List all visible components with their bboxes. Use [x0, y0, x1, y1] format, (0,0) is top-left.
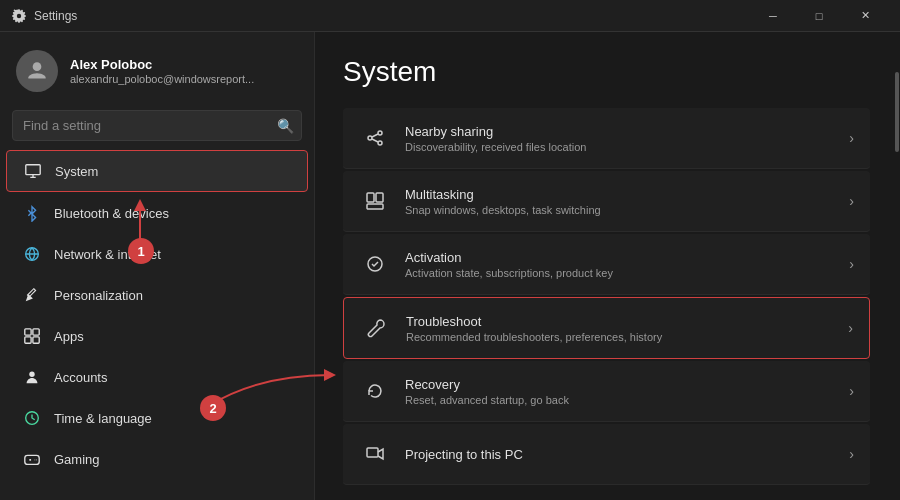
- sidebar-item-accounts[interactable]: Accounts: [6, 357, 308, 397]
- activation-setting-text: Activation Activation state, subscriptio…: [405, 250, 841, 279]
- setting-row-activation[interactable]: Activation Activation state, subscriptio…: [343, 234, 870, 295]
- multitasking-setting-text: Multitasking Snap windows, desktops, tas…: [405, 187, 841, 216]
- troubleshoot-chevron: ›: [848, 320, 853, 336]
- sidebar-item-network[interactable]: Network & internet: [6, 234, 308, 274]
- recovery-setting-name: Recovery: [405, 377, 841, 392]
- recovery-chevron: ›: [849, 383, 854, 399]
- main-layout: Alex Poloboc alexandru_poloboc@windowsre…: [0, 32, 900, 500]
- scrollbar-track[interactable]: [894, 32, 900, 500]
- svg-rect-3: [25, 329, 31, 335]
- recovery-setting-desc: Reset, advanced startup, go back: [405, 394, 841, 406]
- svg-rect-1: [26, 165, 40, 175]
- profile-section[interactable]: Alex Poloboc alexandru_poloboc@windowsre…: [0, 32, 314, 106]
- svg-point-12: [368, 136, 372, 140]
- avatar-icon: [24, 58, 50, 84]
- sidebar-item-personalization[interactable]: Personalization: [6, 275, 308, 315]
- minimize-button[interactable]: ─: [750, 0, 796, 32]
- activation-chevron: ›: [849, 256, 854, 272]
- bluetooth-nav-icon: [22, 203, 42, 223]
- setting-row-nearby-sharing[interactable]: Nearby sharing Discoverability, received…: [343, 108, 870, 169]
- svg-point-0: [33, 62, 42, 71]
- nearby-sharing-chevron: ›: [849, 130, 854, 146]
- projecting-setting-icon: [359, 438, 391, 470]
- settings-icon: [12, 9, 26, 23]
- profile-email: alexandru_poloboc@windowsreport...: [70, 73, 254, 85]
- avatar: [16, 50, 58, 92]
- setting-row-recovery[interactable]: Recovery Reset, advanced startup, go bac…: [343, 361, 870, 422]
- network-nav-icon: [22, 244, 42, 264]
- search-input[interactable]: [12, 110, 302, 141]
- accounts-nav-label: Accounts: [54, 370, 107, 385]
- activation-setting-name: Activation: [405, 250, 841, 265]
- time-nav-icon: [22, 408, 42, 428]
- profile-info: Alex Poloboc alexandru_poloboc@windowsre…: [70, 57, 254, 85]
- projecting-chevron: ›: [849, 446, 854, 462]
- multitasking-chevron: ›: [849, 193, 854, 209]
- setting-row-multitasking[interactable]: Multitasking Snap windows, desktops, tas…: [343, 171, 870, 232]
- apps-nav-label: Apps: [54, 329, 84, 344]
- bluetooth-nav-label: Bluetooth & devices: [54, 206, 169, 221]
- scrollbar-thumb: [895, 72, 899, 152]
- profile-name: Alex Poloboc: [70, 57, 254, 72]
- svg-rect-4: [33, 329, 39, 335]
- projecting-setting-name: Projecting to this PC: [405, 447, 841, 462]
- sidebar-item-system[interactable]: System: [6, 150, 308, 192]
- svg-point-7: [29, 372, 34, 377]
- title-bar-controls: ─ □ ✕: [750, 0, 888, 32]
- multitasking-setting-desc: Snap windows, desktops, task switching: [405, 204, 841, 216]
- svg-rect-5: [25, 337, 31, 343]
- sidebar-item-bluetooth[interactable]: Bluetooth & devices: [6, 193, 308, 233]
- accounts-nav-icon: [22, 367, 42, 387]
- search-box: 🔍: [12, 110, 302, 141]
- nearby-sharing-setting-name: Nearby sharing: [405, 124, 841, 139]
- troubleshoot-setting-icon: [360, 312, 392, 344]
- gaming-nav-icon: [22, 449, 42, 469]
- annotation-badge-2: 2: [200, 395, 226, 421]
- maximize-button[interactable]: □: [796, 0, 842, 32]
- recovery-setting-icon: [359, 375, 391, 407]
- svg-rect-9: [25, 455, 39, 464]
- system-nav-label: System: [55, 164, 98, 179]
- svg-rect-14: [376, 193, 383, 202]
- svg-rect-15: [367, 204, 383, 209]
- search-icon: 🔍: [277, 118, 294, 134]
- multitasking-setting-name: Multitasking: [405, 187, 841, 202]
- svg-point-11: [378, 141, 382, 145]
- nearby-sharing-setting-icon: [359, 122, 391, 154]
- page-title: System: [343, 56, 870, 88]
- svg-point-10: [378, 131, 382, 135]
- nearby-sharing-setting-desc: Discoverability, received files location: [405, 141, 841, 153]
- close-button[interactable]: ✕: [842, 0, 888, 32]
- personalization-nav-icon: [22, 285, 42, 305]
- setting-row-projecting[interactable]: Projecting to this PC ›: [343, 424, 870, 485]
- multitasking-setting-icon: [359, 185, 391, 217]
- time-nav-label: Time & language: [54, 411, 152, 426]
- title-bar: Settings ─ □ ✕: [0, 0, 900, 32]
- personalization-nav-label: Personalization: [54, 288, 143, 303]
- svg-rect-17: [367, 448, 378, 457]
- sidebar: Alex Poloboc alexandru_poloboc@windowsre…: [0, 32, 315, 500]
- projecting-setting-text: Projecting to this PC: [405, 447, 841, 462]
- annotation-badge-1: 1: [128, 238, 154, 264]
- troubleshoot-setting-text: Troubleshoot Recommended troubleshooters…: [406, 314, 840, 343]
- svg-rect-6: [33, 337, 39, 343]
- sidebar-item-gaming[interactable]: Gaming: [6, 439, 308, 479]
- troubleshoot-setting-name: Troubleshoot: [406, 314, 840, 329]
- gaming-nav-label: Gaming: [54, 452, 100, 467]
- setting-row-troubleshoot[interactable]: Troubleshoot Recommended troubleshooters…: [343, 297, 870, 359]
- activation-setting-icon: [359, 248, 391, 280]
- apps-nav-icon: [22, 326, 42, 346]
- nav-container: System Bluetooth & devices Network & int…: [0, 149, 314, 480]
- content-area: System Nearby sharing Discoverability, r…: [315, 32, 894, 500]
- sidebar-item-time[interactable]: Time & language: [6, 398, 308, 438]
- system-nav-icon: [23, 161, 43, 181]
- settings-list: Nearby sharing Discoverability, received…: [343, 108, 870, 485]
- activation-setting-desc: Activation state, subscriptions, product…: [405, 267, 841, 279]
- sidebar-item-apps[interactable]: Apps: [6, 316, 308, 356]
- recovery-setting-text: Recovery Reset, advanced startup, go bac…: [405, 377, 841, 406]
- troubleshoot-setting-desc: Recommended troubleshooters, preferences…: [406, 331, 840, 343]
- nearby-sharing-setting-text: Nearby sharing Discoverability, received…: [405, 124, 841, 153]
- title-bar-text: Settings: [34, 9, 77, 23]
- svg-rect-13: [367, 193, 374, 202]
